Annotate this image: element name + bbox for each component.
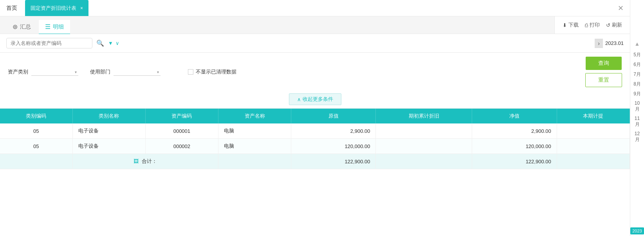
hide-cleared-filter: 不显示已清理数据 xyxy=(188,68,236,75)
col-header-category-code: 类别编码 xyxy=(0,109,72,123)
sidebar-month-item[interactable]: 7月 xyxy=(630,70,644,79)
toolbar: ⬇ 下载 ⎙ 打印 ↺ 刷新 xyxy=(554,16,630,34)
tab-close-icon[interactable]: × xyxy=(80,5,83,11)
chevron-down-icon: ∨ xyxy=(115,40,119,46)
reset-button[interactable]: 重置 xyxy=(585,73,622,87)
department-label: 使用部门 xyxy=(90,68,110,75)
table-header-row: 类别编码 类别名称 资产编码 资产名称 原值 期初累计折旧 净值 本期计提 xyxy=(0,109,630,123)
search-bar: 🔍 ▼ ∨ › 2023.01 xyxy=(0,34,630,53)
more-conditions-toggle[interactable]: ▼ ∨ xyxy=(108,40,119,46)
data-table: 类别编码 类别名称 资产编码 资产名称 原值 期初累计折旧 净值 本期计提 05… xyxy=(0,109,630,169)
filter-icon: ▼ xyxy=(108,40,113,46)
sidebar-scroll-up-icon[interactable]: ▲ xyxy=(633,39,642,48)
sidebar-month-item[interactable]: 8月 xyxy=(630,79,644,89)
collapse-up-icon: ∧ xyxy=(297,97,301,102)
summary-icon: ⊛ xyxy=(13,23,18,30)
collapse-label: 收起更多条件 xyxy=(303,96,333,103)
cell-category-name: 电子设备 xyxy=(72,139,145,154)
print-button[interactable]: ⎙ 打印 xyxy=(585,21,600,29)
cell-category-code: 05 xyxy=(0,123,72,139)
table-row: 05 电子设备 000002 电脑 120,000.00 120,000.00 xyxy=(0,139,630,154)
active-tab[interactable]: 固定资产折旧统计表 × xyxy=(25,0,88,16)
tab-title: 固定资产折旧统计表 xyxy=(31,5,76,12)
refresh-button[interactable]: ↺ 刷新 xyxy=(606,21,622,29)
col-header-current-dep: 本期计提 xyxy=(557,109,630,123)
asset-category-filter: 资产类别 ▾ xyxy=(8,68,78,76)
department-select[interactable] xyxy=(114,68,161,76)
hide-cleared-checkbox[interactable] xyxy=(188,69,193,75)
sum-icon: 🖼 xyxy=(133,158,139,164)
hide-cleared-label: 不显示已清理数据 xyxy=(196,68,236,75)
cell-asset-name: 电脑 xyxy=(218,139,291,154)
year-badge[interactable]: 2023 xyxy=(630,227,644,234)
query-button[interactable]: 查询 xyxy=(586,57,622,70)
top-nav: 首页 固定资产折旧统计表 × ✕ xyxy=(0,0,630,16)
download-icon: ⬇ xyxy=(563,22,567,28)
cell-net-value: 120,000.00 xyxy=(472,139,557,154)
sum-net-value: 122,900.00 xyxy=(472,154,557,169)
cell-asset-code: 000002 xyxy=(145,139,218,154)
window-close-button[interactable]: ✕ xyxy=(618,5,624,12)
filter-buttons: 查询 重置 xyxy=(585,57,622,87)
asset-category-select[interactable] xyxy=(31,68,78,76)
date-display: 2023.01 xyxy=(605,40,624,46)
sum-accumulated-dep xyxy=(376,154,472,169)
print-label: 打印 xyxy=(590,21,600,29)
cell-category-code: 05 xyxy=(0,139,72,154)
home-link[interactable]: 首页 xyxy=(6,5,17,12)
sidebar-month-item[interactable]: 9月 xyxy=(630,89,644,99)
search-input[interactable] xyxy=(6,38,92,48)
department-filter: 使用部门 ▾ xyxy=(90,68,161,76)
detail-label: 明细 xyxy=(53,23,64,30)
cell-accumulated-dep xyxy=(376,139,472,154)
search-icon[interactable]: 🔍 xyxy=(96,39,104,47)
download-button[interactable]: ⬇ 下载 xyxy=(563,21,579,29)
table-row: 05 电子设备 000001 电脑 2,900.00 2,900.00 xyxy=(0,123,630,139)
download-label: 下载 xyxy=(568,21,579,29)
sum-asset-name xyxy=(218,154,291,169)
sidebar-month-item[interactable]: 5月 xyxy=(630,50,644,60)
cell-current-dep xyxy=(557,139,630,154)
cell-asset-code: 000001 xyxy=(145,123,218,139)
cell-net-value: 2,900.00 xyxy=(472,123,557,139)
refresh-icon: ↺ xyxy=(606,22,610,28)
tab-summary[interactable]: ⊛ 汇总 xyxy=(6,20,37,34)
detail-icon: ☰ xyxy=(45,23,51,30)
summary-label: 汇总 xyxy=(20,23,31,30)
date-nav-prev-button[interactable]: › xyxy=(595,39,603,48)
cell-accumulated-dep xyxy=(376,123,472,139)
filter-area: 资产类别 ▾ 使用部门 ▾ 不显示已清理数 xyxy=(0,53,630,109)
col-header-accumulated-dep: 期初累计折旧 xyxy=(376,109,472,123)
sum-original-value: 122,900.00 xyxy=(291,154,376,169)
cell-asset-name: 电脑 xyxy=(218,123,291,139)
col-header-original-value: 原值 xyxy=(291,109,376,123)
cell-original-value: 2,900.00 xyxy=(291,123,376,139)
sidebar-month-item[interactable]: 6月 xyxy=(630,60,644,70)
sidebar-month-item[interactable]: 11月 xyxy=(630,114,644,129)
col-header-asset-name: 资产名称 xyxy=(218,109,291,123)
collapse-bar: ∧ 收起更多条件 xyxy=(8,91,622,108)
date-navigator: › 2023.01 xyxy=(595,39,624,48)
col-header-asset-code: 资产编码 xyxy=(145,109,218,123)
right-sidebar: ▲ 5月6月7月8月9月10月11月12月 2023 xyxy=(630,0,644,236)
cell-current-dep xyxy=(557,123,630,139)
cell-original-value: 120,000.00 xyxy=(291,139,376,154)
sidebar-month-item[interactable]: 10月 xyxy=(630,99,644,114)
col-header-net-value: 净值 xyxy=(472,109,557,123)
tab-detail[interactable]: ☰ 明细 xyxy=(39,20,70,34)
refresh-label: 刷新 xyxy=(612,21,622,29)
sidebar-month-item[interactable]: 12月 xyxy=(630,129,644,145)
sum-row: 🖼 合计： 122,900.00 122,900.00 xyxy=(0,154,630,169)
asset-category-label: 资产类别 xyxy=(8,68,28,75)
tab-bar: ⊛ 汇总 ☰ 明细 xyxy=(0,16,554,34)
sum-label-cell xyxy=(0,154,72,169)
col-header-category-name: 类别名称 xyxy=(72,109,145,123)
print-icon: ⎙ xyxy=(585,22,588,28)
cell-category-name: 电子设备 xyxy=(72,123,145,139)
table-area: 类别编码 类别名称 资产编码 资产名称 原值 期初累计折旧 净值 本期计提 05… xyxy=(0,109,630,236)
sum-current-dep xyxy=(557,154,630,169)
sum-label: 🖼 合计： xyxy=(72,154,218,169)
collapse-button[interactable]: ∧ 收起更多条件 xyxy=(289,93,341,105)
